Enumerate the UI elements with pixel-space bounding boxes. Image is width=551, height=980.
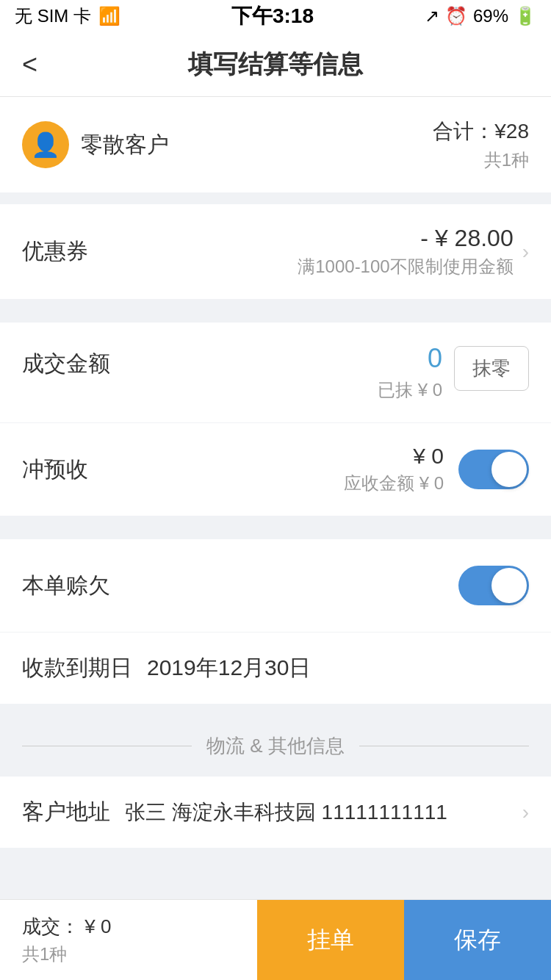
- avatar-icon: 👤: [31, 131, 60, 159]
- prepaid-value-block: ¥ 0 应收金额 ¥ 0: [344, 444, 444, 495]
- toggle-knob: [491, 452, 527, 487]
- bottom-bar: 成交： ¥ 0 共1种 挂单 保存: [0, 899, 551, 980]
- no-sim-text: 无 SIM 卡: [15, 4, 91, 28]
- bottom-left: 成交： ¥ 0 共1种: [0, 914, 257, 966]
- section-divider-1: [0, 311, 551, 323]
- customer-name: 零散客户: [81, 130, 169, 160]
- save-button[interactable]: 保存: [404, 900, 551, 981]
- address-chevron-icon: ›: [522, 801, 529, 824]
- back-button[interactable]: <: [22, 49, 37, 80]
- customer-total: 合计：¥28: [433, 118, 529, 145]
- bottom-amount: ¥ 0: [84, 915, 111, 937]
- transaction-card: 成交金额 0 已抹 ¥ 0 抹零 冲预收 ¥ 0 应收金额 ¥ 0: [0, 323, 551, 516]
- debt-card: 本单赊欠 收款到期日 2019年12月30日: [0, 539, 551, 704]
- amount-label: 成交金额: [22, 343, 110, 379]
- coupon-label: 优惠券: [22, 237, 88, 267]
- address-row[interactable]: 客户地址 张三 海淀永丰科技园 11111111111 ›: [0, 777, 551, 848]
- debt-row: 本单赊欠: [0, 539, 551, 632]
- prepaid-row: 冲预收 ¥ 0 应收金额 ¥ 0: [0, 422, 551, 516]
- address-label: 客户地址: [22, 797, 110, 827]
- coupon-desc: 满1000-100不限制使用金额: [298, 255, 513, 278]
- status-time: 下午3:18: [231, 2, 314, 30]
- transaction-prefix: 成交：: [22, 915, 79, 937]
- coupon-right: - ¥ 28.00 满1000-100不限制使用金额 ›: [298, 225, 529, 278]
- bottom-count: 共1种: [22, 943, 235, 966]
- alarm-icon: ⏰: [445, 6, 467, 26]
- logistics-title: 物流 & 其他信息: [206, 733, 345, 759]
- prepaid-toggle[interactable]: [458, 450, 529, 489]
- round-button[interactable]: 抹零: [454, 346, 529, 391]
- battery-icon: 🔋: [514, 6, 536, 26]
- customer-left: 👤 零散客户: [22, 121, 169, 168]
- due-date-value: 2019年12月30日: [147, 653, 311, 683]
- section-line-right: [359, 746, 529, 746]
- page-title: 填写结算等信息: [188, 48, 363, 82]
- debt-toggle-knob: [491, 568, 527, 603]
- amount-erased: 已抹 ¥ 0: [378, 378, 442, 402]
- amount-right: 0 已抹 ¥ 0 抹零: [378, 343, 529, 402]
- customer-card: 👤 零散客户 合计：¥28 共1种: [0, 97, 551, 192]
- chevron-right-icon: ›: [522, 240, 529, 264]
- debt-label: 本单赊欠: [22, 571, 110, 601]
- bottom-transaction-label: 成交： ¥ 0: [22, 914, 235, 940]
- address-value: 张三 海淀永丰科技园 11111111111: [125, 799, 522, 826]
- section-divider-2: [0, 527, 551, 539]
- debt-toggle[interactable]: [458, 566, 529, 605]
- prepaid-amount: ¥ 0: [344, 444, 444, 469]
- prepaid-right: ¥ 0 应收金额 ¥ 0: [344, 444, 529, 495]
- due-date-row[interactable]: 收款到期日 2019年12月30日: [0, 632, 551, 704]
- prepaid-receivable: 应收金额 ¥ 0: [344, 472, 444, 495]
- coupon-value: - ¥ 28.00 满1000-100不限制使用金额: [298, 225, 513, 278]
- status-left: 无 SIM 卡 📶: [15, 4, 120, 28]
- coupon-card: 优惠券 - ¥ 28.00 满1000-100不限制使用金额 ›: [0, 204, 551, 299]
- status-right: ↗ ⏰ 69% 🔋: [425, 6, 536, 26]
- battery-text: 69%: [473, 6, 508, 26]
- status-bar: 无 SIM 卡 📶 下午3:18 ↗ ⏰ 69% 🔋: [0, 0, 551, 32]
- nav-bar: < 填写结算等信息: [0, 32, 551, 97]
- coupon-discount: - ¥ 28.00: [298, 225, 513, 252]
- customer-count: 共1种: [433, 148, 529, 172]
- prepaid-label: 冲预收: [22, 455, 88, 485]
- amount-value[interactable]: 0: [378, 343, 442, 374]
- customer-avatar: 👤: [22, 121, 69, 168]
- content: 👤 零散客户 合计：¥28 共1种 优惠券 - ¥ 28.00 满1000-10…: [0, 97, 551, 948]
- coupon-row[interactable]: 优惠券 - ¥ 28.00 满1000-100不限制使用金额 ›: [0, 204, 551, 299]
- address-card: 客户地址 张三 海淀永丰科技园 11111111111 ›: [0, 777, 551, 848]
- customer-row[interactable]: 👤 零散客户 合计：¥28 共1种: [0, 97, 551, 192]
- amount-value-block: 0 已抹 ¥ 0: [378, 343, 442, 402]
- amount-row: 成交金额 0 已抹 ¥ 0 抹零: [0, 323, 551, 422]
- location-icon: ↗: [425, 6, 439, 26]
- section-line-left: [22, 746, 192, 746]
- logistics-section-header: 物流 & 其他信息: [0, 716, 551, 777]
- due-date-label: 收款到期日: [22, 653, 132, 683]
- customer-right: 合计：¥28 共1种: [433, 118, 529, 172]
- wifi-icon: 📶: [98, 6, 120, 26]
- hang-button[interactable]: 挂单: [257, 900, 404, 981]
